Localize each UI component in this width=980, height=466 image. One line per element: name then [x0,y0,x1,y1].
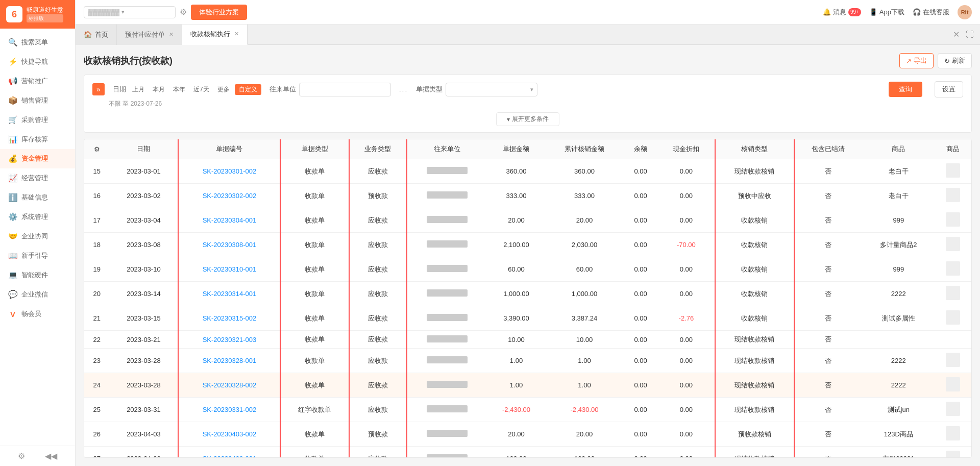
tab-collection-close-icon[interactable]: ✕ [234,31,239,37]
guide-icon: 📖 [8,251,17,260]
row-include-settled: 否 [794,447,862,458]
sidebar-item-finance[interactable]: 💰 资金管理 [0,149,75,168]
last-month-btn[interactable]: 上月 [129,84,148,95]
this-month-btn[interactable]: 本月 [150,84,168,95]
row-cash-discount: 0.00 [658,282,715,306]
sidebar-item-quick[interactable]: ⚡ 快捷导航 [0,52,75,71]
finance-icon: 💰 [8,154,17,163]
goods-img-column-header: 商品 [935,139,971,159]
sidebar-item-sales[interactable]: 📦 销售管理 [0,91,75,110]
row-cash-discount: -2.76 [658,306,715,331]
sidebar-item-label: 销售管理 [21,96,48,105]
custom-date-btn[interactable]: 自定义 [235,84,261,95]
settings-bottom-icon[interactable]: ⚙ [18,451,25,461]
doc-no-link[interactable]: SK-20230308-001 [203,241,257,249]
gear-column-header[interactable]: ⚙ [84,139,109,159]
sidebar-item-hardware[interactable]: 💻 智能硬件 [0,265,75,285]
row-date: 2023-03-31 [109,398,178,422]
notification-button[interactable]: 🔔 消息 99+ [823,8,861,17]
doc-no-link[interactable]: SK-20230310-001 [203,265,257,273]
row-goods-img [935,159,971,184]
doc-no-link[interactable]: SK-20230403-002 [203,430,257,438]
row-partner [407,208,487,233]
row-doc-type: 收款单 [280,349,349,373]
sidebar-item-inventory[interactable]: 📊 库存核算 [0,130,75,149]
row-id: 21 [84,306,109,331]
expand-more-button[interactable]: ▾ 展开更多条件 [496,112,559,126]
avatar[interactable]: Rit [958,5,972,19]
table-row: 19 2023-03-10 SK-20230310-001 收款单 应收款 60… [84,257,971,282]
data-table-container[interactable]: ⚙ 日期 单据编号 单据类型 业务类型 往来单位 单据金额 累计核销金额 余额 … [84,139,972,458]
sidebar-item-marketing[interactable]: 📢 营销推广 [0,71,75,91]
tab-prepay[interactable]: 预付冲应付单 ✕ [117,24,182,45]
company-select[interactable]: ▓▓▓▓▓▓▓ ▾ [84,6,176,18]
doc-no-link[interactable]: SK-20230328-002 [203,381,257,389]
row-writeoff-amount: -2,430.00 [546,398,623,422]
solution-button[interactable]: 体验行业方案 [191,5,247,20]
settings-button[interactable]: 设置 [935,81,963,97]
this-year-btn[interactable]: 本年 [170,84,188,95]
online-service-button[interactable]: 🎧 在线客服 [913,8,949,17]
close-tab-icon[interactable]: ✕ [951,28,962,41]
sidebar-item-label: 基础信息 [21,193,48,202]
row-partner [407,159,487,184]
row-writeoff-amount: 1,000.00 [546,282,623,306]
export-button[interactable]: ↗ 导出 [899,53,934,68]
sidebar-item-member[interactable]: V 畅会员 [0,304,75,324]
row-balance: 0.00 [623,208,658,233]
refresh-button[interactable]: ↻ 刷新 [938,53,972,68]
row-cash-discount: 0.00 [658,373,715,398]
query-button[interactable]: 查询 [889,82,922,97]
sidebar-item-base[interactable]: ℹ️ 基础信息 [0,188,75,207]
filter-expand-icon[interactable]: » [92,83,105,95]
filter-doc-type-item: 单据类型 收款单 红字收款单 [416,83,537,96]
row-doc-type: 收款单 [280,184,349,208]
collapse-icon[interactable]: ◀◀ [45,451,57,461]
tab-collection[interactable]: 收款核销执行 ✕ [182,24,248,45]
row-cash-discount: 0.00 [658,159,715,184]
row-doc-no: SK-20230328-001 [178,349,280,373]
row-doc-no: SK-20230408-001 [178,447,280,458]
doc-no-link[interactable]: SK-20230331-002 [203,406,257,413]
tab-home[interactable]: 🏠 首页 [76,24,117,45]
wechat-icon: 💬 [8,290,17,299]
doc-type-select[interactable]: 收款单 红字收款单 [446,83,537,96]
last-7-days-btn[interactable]: 近7天 [190,84,212,95]
sidebar-item-search[interactable]: 🔍 搜索菜单 [0,33,75,52]
sidebar-item-guide[interactable]: 📖 新手引导 [0,246,75,265]
headset-icon: 🎧 [913,8,921,16]
app-download-button[interactable]: 📱 App下载 [869,8,904,17]
doc-no-link[interactable]: SK-20230302-002 [203,192,257,200]
row-doc-no: SK-20230331-002 [178,398,280,422]
row-balance: 0.00 [623,257,658,282]
row-partner [407,331,487,349]
row-doc-no: SK-20230302-002 [178,184,280,208]
expand-tab-icon[interactable]: ⛶ [964,28,976,41]
partner-input[interactable] [299,83,391,96]
doc-no-link[interactable]: SK-20230408-001 [203,455,257,458]
table-header: ⚙ 日期 单据编号 单据类型 业务类型 往来单位 单据金额 累计核销金额 余额 … [84,139,971,159]
row-goods: 测试多属性 [862,306,935,331]
doc-no-link[interactable]: SK-20230314-001 [203,290,257,298]
row-partner [407,306,487,331]
row-goods: 衣服00001 [862,447,935,458]
sidebar-item-coop[interactable]: 🤝 企业协同 [0,227,75,246]
doc-no-link[interactable]: SK-20230304-001 [203,216,257,224]
row-include-settled: 否 [794,306,862,331]
row-writeoff-amount: 100.00 [546,447,623,458]
topbar-gear-icon[interactable]: ⚙ [180,7,187,17]
more-date-btn[interactable]: 更多 [214,84,233,95]
row-goods-img [935,233,971,257]
doc-no-link[interactable]: SK-20230328-001 [203,357,257,364]
sidebar-item-system[interactable]: ⚙️ 系统管理 [0,207,75,227]
doc-no-link[interactable]: SK-20230315-002 [203,314,257,322]
row-date: 2023-04-03 [109,422,178,447]
row-writeoff-amount: 60.00 [546,257,623,282]
doc-no-link[interactable]: SK-20230301-002 [203,167,257,175]
sidebar-item-business[interactable]: 📈 经营管理 [0,168,75,188]
doc-no-link[interactable]: SK-20230321-003 [203,336,257,344]
sidebar-item-purchase[interactable]: 🛒 采购管理 [0,110,75,130]
tab-prepay-close-icon[interactable]: ✕ [169,31,174,38]
table-row: 27 2023-04-08 SK-20230408-001 收款单 应收款 10… [84,447,971,458]
sidebar-item-wechat[interactable]: 💬 企业微信 [0,285,75,304]
